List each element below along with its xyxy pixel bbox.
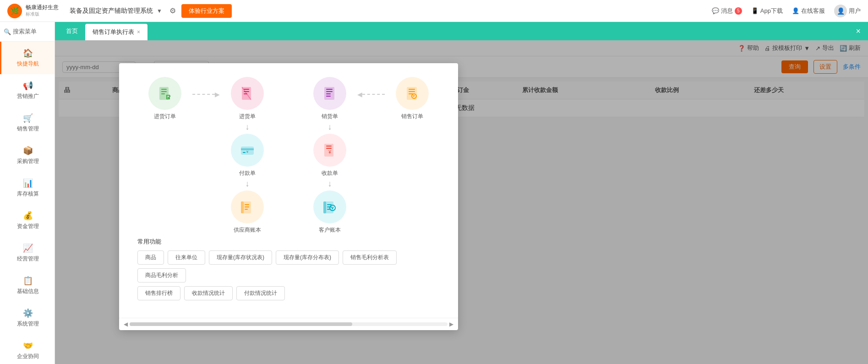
- sidebar-item-label: 快捷导航: [17, 60, 39, 68]
- sidebar-item-quick-nav[interactable]: 🏠 快捷导航: [0, 42, 55, 74]
- scroll-right-icon[interactable]: ▶: [449, 321, 453, 327]
- sidebar-item-sales[interactable]: 🛒 销售管理: [0, 107, 55, 139]
- user-action[interactable]: 👤 用户: [834, 5, 861, 17]
- wf-node-sales-bill[interactable]: 销货单: [302, 77, 357, 120]
- sidebar-item-enterprise[interactable]: 🤝 企业协同: [0, 334, 55, 364]
- header-right: 💬 消息 5 📱 App下载 👤 在线客服 👤 用户: [712, 5, 861, 17]
- receipt-icon: ¥: [313, 134, 346, 167]
- sidebar-item-label: 基础信息: [17, 288, 39, 295]
- tab-home[interactable]: 首页: [59, 22, 85, 40]
- customer-book-label: 客户账本: [319, 226, 341, 234]
- svg-rect-16: [409, 91, 415, 92]
- tab-close-icon[interactable]: ×: [137, 29, 140, 35]
- svg-rect-5: [244, 89, 249, 90]
- trial-btn[interactable]: 体验行业方案: [181, 4, 232, 18]
- handshake-icon: 🤝: [23, 341, 33, 351]
- sidebar-item-purchase[interactable]: 📦 采购管理: [0, 139, 55, 172]
- svg-rect-35: [323, 201, 326, 213]
- scroll-left-icon[interactable]: ◀: [124, 321, 128, 327]
- func-btn-stock-status[interactable]: 现存量(库存状况表): [209, 250, 272, 265]
- tab-sales-order[interactable]: 销售订单执行表 ×: [85, 24, 147, 40]
- sales-order-label: 销售订单: [401, 113, 423, 120]
- func-btn-receipt-stat[interactable]: 收款情况统计: [184, 286, 233, 300]
- wf-node-receipt[interactable]: ¥ 收款单: [302, 134, 357, 177]
- svg-rect-13: [326, 96, 331, 97]
- func-btn-product-gross[interactable]: 商品毛利分析: [137, 268, 186, 283]
- settings-btn[interactable]: ⚙: [169, 6, 176, 15]
- workflow-row-2: ¥ 付款单 ¥ 收款单: [137, 134, 440, 177]
- sidebar-item-label: 采购管理: [17, 158, 39, 165]
- sales-order-icon: [396, 77, 429, 110]
- svg-rect-1: [161, 89, 167, 90]
- svg-text:¥: ¥: [328, 150, 331, 155]
- svg-rect-32: [245, 206, 249, 207]
- online-service-label: 在线客服: [801, 7, 825, 15]
- cart-icon: 🛒: [23, 113, 33, 123]
- svg-rect-26: [326, 146, 332, 147]
- sidebar-item-system[interactable]: ⚙️ 系统管理: [0, 302, 55, 334]
- svg-text:¥: ¥: [246, 150, 249, 154]
- system-dropdown-btn[interactable]: ▼: [157, 8, 162, 14]
- system-title-text: 装备及固定资产辅助管理系统: [70, 7, 153, 15]
- logo-text: 畅康通好生意: [26, 4, 59, 11]
- avatar: 👤: [834, 5, 847, 17]
- svg-rect-30: [241, 201, 244, 213]
- message-action[interactable]: 💬 消息 5: [712, 7, 742, 15]
- system-title: 装备及固定资产辅助管理系统 ▼ ⚙: [70, 6, 176, 15]
- wf-node-payment[interactable]: ¥ 付款单: [220, 134, 275, 177]
- modal: 进货订单 ▶: [119, 63, 458, 330]
- sidebar-item-operation[interactable]: 📈 经营管理: [0, 237, 55, 269]
- sidebar-item-finance[interactable]: 💰 资金管理: [0, 204, 55, 237]
- service-icon: 👤: [792, 7, 799, 14]
- tab-bar-close-btn[interactable]: ×: [852, 27, 864, 36]
- common-func-title: 常用功能: [137, 238, 440, 246]
- home-icon: 🏠: [23, 48, 33, 58]
- func-btn-payment-stat[interactable]: 付款情况统计: [236, 286, 285, 300]
- tab-bar: 首页 销售订单执行表 × ×: [55, 22, 868, 40]
- func-btn-product[interactable]: 商品: [137, 250, 164, 265]
- supplier-book-icon: [231, 190, 264, 223]
- svg-rect-23: [243, 152, 246, 153]
- wf-node-sales-order[interactable]: 销售订单: [385, 77, 440, 120]
- sidebar-item-inventory[interactable]: 📊 库存核算: [0, 172, 55, 204]
- wf-node-supplier-book[interactable]: 供应商账本: [220, 190, 275, 234]
- wf-node-customer-book[interactable]: 客户账本: [302, 190, 357, 234]
- svg-rect-37: [327, 206, 332, 207]
- svg-rect-11: [326, 91, 333, 92]
- user-name: 用户: [849, 7, 861, 15]
- wf-node-purchase-receipt[interactable]: 进货单: [220, 77, 275, 120]
- customer-book-icon: [313, 190, 346, 223]
- logo-area: 🌿 畅康通好生意 标准版: [7, 4, 62, 18]
- sidebar-item-marketing[interactable]: 📢 营销推广: [0, 74, 55, 107]
- trend-icon: 📈: [23, 243, 33, 253]
- message-icon: 💬: [712, 7, 719, 14]
- workflow-arrows-down-2: ↓ ↓: [137, 179, 440, 189]
- modal-overlay[interactable]: 进货订单 ▶: [55, 40, 868, 364]
- message-label: 消息: [721, 7, 733, 15]
- sidebar-item-label: 系统管理: [17, 320, 39, 328]
- payment-label: 付款单: [239, 169, 256, 177]
- sidebar-item-label: 企业协同: [17, 353, 39, 360]
- wf-node-purchase-order[interactable]: 进货订单: [137, 77, 192, 120]
- sidebar-item-label: 库存核算: [17, 190, 39, 198]
- svg-rect-27: [326, 148, 332, 149]
- func-btn-stock-dist[interactable]: 现存量(库存分布表): [276, 250, 339, 265]
- sidebar-search[interactable]: 🔍 搜索菜单: [0, 22, 55, 42]
- func-btn-sales-gross[interactable]: 销售毛利分析表: [343, 250, 397, 265]
- clipboard-icon: 📋: [23, 276, 33, 286]
- modal-scrollbar: ◀ ▶: [119, 318, 458, 330]
- workflow-row-3: 供应商账本 客户账本: [137, 190, 440, 234]
- func-btn-counterpart[interactable]: 往来单位: [168, 250, 205, 265]
- app-download-label: App下载: [760, 7, 783, 15]
- payment-icon: ¥: [231, 134, 264, 167]
- svg-rect-31: [245, 204, 249, 205]
- svg-rect-33: [245, 209, 248, 210]
- scrollbar-track[interactable]: [130, 322, 448, 326]
- arrow-down-receipt2: ↓: [302, 179, 357, 189]
- logo-icon: 🌿: [7, 4, 22, 18]
- online-service-action[interactable]: 👤 在线客服: [792, 7, 825, 15]
- sidebar-item-basic-info[interactable]: 📋 基础信息: [0, 269, 55, 302]
- func-btn-sales-rank[interactable]: 销售排行榜: [137, 286, 180, 300]
- app-download-action[interactable]: 📱 App下载: [751, 7, 783, 15]
- svg-rect-3: [161, 93, 165, 94]
